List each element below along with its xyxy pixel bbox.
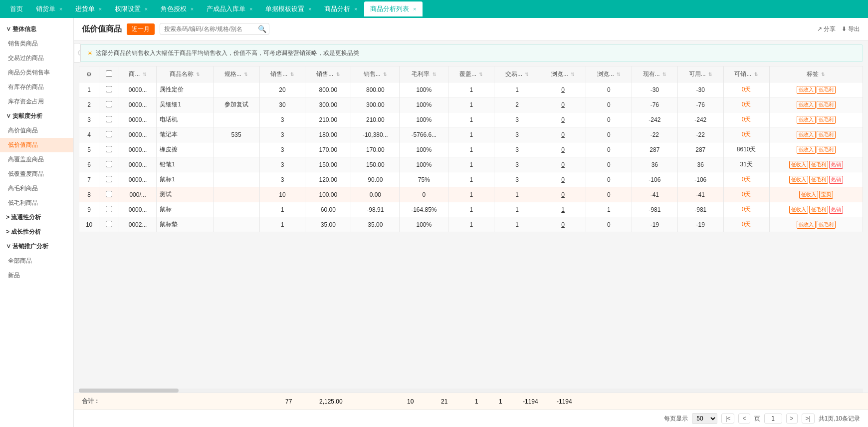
- sidebar-item-category-sales-rate[interactable]: 商品分类销售率: [0, 65, 73, 80]
- col-checkbox[interactable]: [99, 66, 119, 82]
- row-browse1: 0: [540, 217, 586, 232]
- row-num: 5: [79, 142, 99, 157]
- row-name: 吴细细1: [157, 97, 213, 112]
- first-page-button[interactable]: |<: [721, 414, 734, 424]
- nav-permissions[interactable]: 权限设置 ×: [109, 1, 154, 16]
- row-browse2: 0: [586, 82, 632, 97]
- row-price: 35.00: [305, 217, 351, 232]
- row-saleable: 31天: [723, 157, 769, 172]
- last-page-button[interactable]: >|: [802, 414, 815, 424]
- sidebar-group-contribution[interactable]: ∨ 贡献度分析: [0, 109, 73, 123]
- prev-page-button[interactable]: <: [738, 414, 750, 424]
- sidebar-item-all-products[interactable]: 全部商品: [0, 254, 73, 268]
- nav-home[interactable]: 首页: [4, 1, 29, 16]
- sidebar-item-inventory-capital[interactable]: 库存资金占用: [0, 94, 73, 109]
- row-browse2: 0: [586, 97, 632, 112]
- nav-product-warehousing[interactable]: 产成品入库单 ×: [201, 1, 258, 16]
- row-checkbox[interactable]: [99, 127, 119, 142]
- page-number-input[interactable]: [764, 414, 782, 424]
- sidebar-group-growth[interactable]: > 成长性分析: [0, 225, 73, 239]
- col-qty: 销售... ⇅: [259, 66, 305, 82]
- search-icon[interactable]: 🔍: [258, 25, 266, 33]
- row-name: 鼠标: [157, 202, 213, 217]
- row-price: 180.00: [305, 127, 351, 142]
- horizontal-scrollbar[interactable]: [79, 389, 863, 393]
- row-saleable: 0天: [723, 127, 769, 142]
- row-code: 0000...: [119, 142, 157, 157]
- sidebar-item-high-profit[interactable]: 高毛利商品: [0, 181, 73, 196]
- period-button[interactable]: 近一月: [127, 23, 155, 35]
- row-checkbox[interactable]: [99, 172, 119, 187]
- row-tags: 低收入低毛利: [769, 82, 863, 97]
- tag-badge: 低收入: [789, 206, 808, 214]
- share-button[interactable]: ↗ 分享: [817, 25, 836, 33]
- row-spec: [213, 217, 259, 232]
- table-row: 3 0000... 电话机 3 210.00 210.00 100% 1 3 0…: [79, 112, 863, 127]
- row-saleable: 8610天: [723, 142, 769, 157]
- row-browse1: 0: [540, 97, 586, 112]
- row-saleable: 0天: [723, 217, 769, 232]
- row-coverage: 1: [448, 187, 494, 202]
- page-header: 低价值商品 近一月 🔍 ↗ 分享 ⬇ 导出: [74, 18, 868, 40]
- row-spec: [213, 187, 259, 202]
- total-label: 合计：: [82, 397, 100, 406]
- row-stock: -242: [632, 112, 677, 127]
- table-area: ⚙ 商... ⇅ 商品名称 ⇅ 规格... ⇅ 销售... ⇅ 销售... ⇅ …: [74, 62, 868, 389]
- tag-badge: 低毛利: [817, 86, 836, 94]
- row-checkbox[interactable]: [99, 97, 119, 112]
- sidebar-item-low-profit[interactable]: 低毛利商品: [0, 196, 73, 210]
- total-stock: -1194: [523, 398, 553, 405]
- row-checkbox[interactable]: [99, 82, 119, 97]
- row-coverage: 1: [448, 157, 494, 172]
- row-stock: -41: [632, 187, 677, 202]
- sidebar-item-traded-products[interactable]: 交易过的商品: [0, 51, 73, 65]
- row-avail: 36: [677, 157, 723, 172]
- row-name: 鼠标垫: [157, 217, 213, 232]
- sidebar-item-low-coverage[interactable]: 低覆盖度商品: [0, 167, 73, 181]
- per-page-select[interactable]: 50 100 200: [692, 413, 717, 424]
- row-checkbox[interactable]: [99, 157, 119, 172]
- nav-product-analysis[interactable]: 商品分析 ×: [318, 1, 363, 16]
- nav-product-analysis-list[interactable]: 商品分析列表 ×: [364, 1, 422, 16]
- row-avail: -242: [677, 112, 723, 127]
- nav-template-settings[interactable]: 单据模板设置 ×: [259, 1, 317, 16]
- sidebar-collapse-button[interactable]: 《: [74, 43, 81, 63]
- nav-purchase-order[interactable]: 进货单 ×: [69, 1, 108, 16]
- select-all-checkbox[interactable]: [106, 70, 112, 77]
- row-checkbox[interactable]: [99, 187, 119, 202]
- nav-sales-order[interactable]: 销货单 ×: [30, 1, 68, 16]
- row-name: 测试: [157, 187, 213, 202]
- sidebar-item-sales-products[interactable]: 销售类商品: [0, 36, 73, 51]
- row-qty: 3: [259, 127, 305, 142]
- sidebar-group-marketing[interactable]: ∨ 营销推广分析: [0, 239, 73, 254]
- col-spec: 规格... ⇅: [213, 66, 259, 82]
- next-page-button[interactable]: >: [786, 414, 798, 424]
- row-coverage: 1: [448, 142, 494, 157]
- sidebar-item-stocked-products[interactable]: 有库存的商品: [0, 80, 73, 94]
- row-amount: -10,380...: [351, 127, 400, 142]
- row-checkbox[interactable]: [99, 202, 119, 217]
- row-trade: 3: [494, 172, 540, 187]
- sidebar-group-circulation[interactable]: > 流通性分析: [0, 210, 73, 225]
- nav-role-auth[interactable]: 角色授权 ×: [155, 1, 200, 16]
- tag-badge: 低毛利: [809, 176, 828, 184]
- sidebar-item-high-coverage[interactable]: 高覆盖度商品: [0, 152, 73, 167]
- per-page-label: 每页显示: [664, 415, 688, 423]
- row-saleable: 0天: [723, 172, 769, 187]
- row-trade: 1: [494, 217, 540, 232]
- row-name: 橡皮擦: [157, 142, 213, 157]
- row-checkbox[interactable]: [99, 142, 119, 157]
- row-tags: 低收入低毛利热销: [769, 172, 863, 187]
- col-settings[interactable]: ⚙: [79, 66, 99, 82]
- row-qty: 3: [259, 112, 305, 127]
- row-browse2: 0: [586, 157, 632, 172]
- sidebar-group-overall[interactable]: ∨ 整体信息: [0, 22, 73, 36]
- search-input[interactable]: [160, 23, 269, 35]
- sidebar-item-new-products[interactable]: 新品: [0, 268, 73, 283]
- sidebar-item-low-value[interactable]: 低价值商品: [0, 138, 73, 152]
- row-checkbox[interactable]: [99, 217, 119, 232]
- row-gross: -5766.6...: [400, 127, 448, 142]
- sidebar-item-high-value[interactable]: 高价值商品: [0, 123, 73, 138]
- row-checkbox[interactable]: [99, 112, 119, 127]
- export-button[interactable]: ⬇ 导出: [842, 25, 860, 33]
